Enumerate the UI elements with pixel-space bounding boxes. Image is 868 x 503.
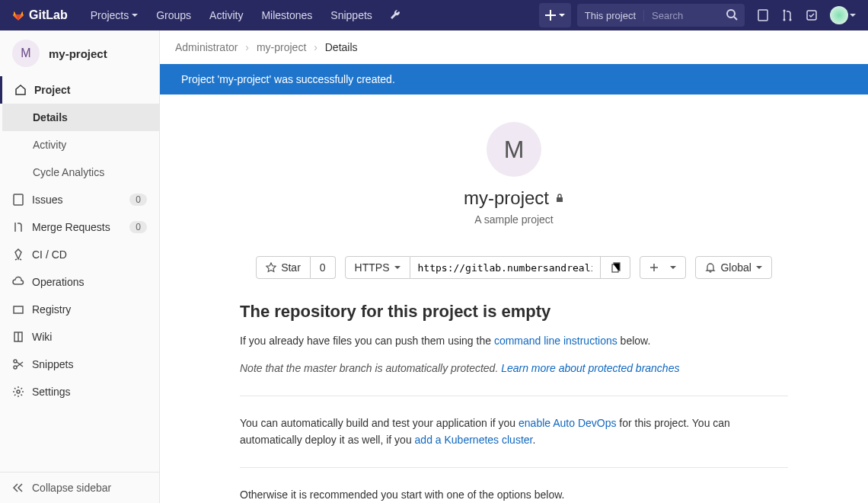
svg-point-2 xyxy=(783,10,786,12)
sidebar-item-issues[interactable]: Issues0 xyxy=(0,186,159,213)
svg-point-10 xyxy=(17,390,20,393)
svg-point-9 xyxy=(14,366,17,369)
svg-rect-1 xyxy=(758,10,767,21)
plus-icon xyxy=(545,10,556,21)
issues-icon xyxy=(12,194,24,206)
mr-count-badge: 0 xyxy=(129,221,147,233)
search-button[interactable] xyxy=(720,3,745,27)
chevron-down-icon xyxy=(756,264,762,271)
project-description: A sample project xyxy=(175,213,853,226)
cli-instructions-link[interactable]: command line instructions xyxy=(494,335,617,347)
sidebar-item-operations[interactable]: Operations xyxy=(0,268,159,296)
issues-count-badge: 0 xyxy=(129,194,147,206)
copy-icon xyxy=(610,262,621,273)
sidebar-item-project[interactable]: Project xyxy=(0,76,159,104)
project-actions: Star 0 HTTPS Global xyxy=(160,256,868,279)
bell-icon xyxy=(705,262,716,273)
nav-activity[interactable]: Activity xyxy=(202,3,251,27)
gitlab-icon xyxy=(12,9,24,21)
sidebar-item-details[interactable]: Details xyxy=(2,104,159,131)
star-button[interactable]: Star xyxy=(256,256,311,279)
collapse-icon xyxy=(12,482,24,494)
sidebar-item-snippets[interactable]: Snippets xyxy=(0,351,159,378)
notification-dropdown[interactable]: Global xyxy=(695,256,771,279)
add-dropdown-button[interactable] xyxy=(640,256,687,279)
home-icon xyxy=(14,84,27,96)
breadcrumb-admin[interactable]: Administrator xyxy=(175,41,238,53)
gear-icon xyxy=(12,386,24,398)
chevron-down-icon xyxy=(132,12,138,18)
breadcrumb: Administrator › my-project › Details xyxy=(160,30,868,64)
sidebar: M my-project Project Details Activity Cy… xyxy=(0,30,160,503)
sidebar-item-wiki[interactable]: Wiki xyxy=(0,323,159,351)
mr-shortcut-icon[interactable] xyxy=(775,3,799,27)
autodevops-text: You can automatically build and test you… xyxy=(240,415,788,449)
collapse-sidebar[interactable]: Collapse sidebar xyxy=(0,472,159,503)
svg-rect-7 xyxy=(14,306,23,313)
copy-url-button[interactable] xyxy=(601,256,630,279)
sidebar-item-cycle[interactable]: Cycle Analytics xyxy=(2,159,159,186)
search-icon xyxy=(726,9,739,21)
sidebar-item-registry[interactable]: Registry xyxy=(0,296,159,323)
breadcrumb-current: Details xyxy=(325,41,358,53)
logo[interactable]: GitLab xyxy=(12,8,68,22)
protected-branches-link[interactable]: Learn more about protected branches xyxy=(501,362,679,374)
project-large-avatar: M xyxy=(487,122,541,177)
project-title: my-project xyxy=(175,187,853,209)
nav-groups[interactable]: Groups xyxy=(148,3,199,27)
nav-milestones[interactable]: Milestones xyxy=(254,3,320,27)
chevron-down-icon xyxy=(559,12,565,18)
admin-wrench-icon[interactable] xyxy=(383,3,407,27)
merge-icon xyxy=(12,221,24,233)
project-hero: M my-project A sample project xyxy=(160,95,868,241)
svg-point-8 xyxy=(14,360,17,363)
svg-rect-11 xyxy=(557,197,563,202)
new-dropdown-button[interactable] xyxy=(539,3,571,27)
sidebar-item-settings[interactable]: Settings xyxy=(0,378,159,405)
avatar xyxy=(830,6,848,24)
search-input[interactable] xyxy=(644,10,720,21)
chevron-down-icon xyxy=(850,12,856,18)
user-menu[interactable] xyxy=(824,3,856,27)
nav-projects[interactable]: Projects xyxy=(83,3,145,27)
star-count[interactable]: 0 xyxy=(311,256,336,279)
scissors-icon xyxy=(12,358,24,370)
registry-icon xyxy=(12,303,24,316)
svg-rect-6 xyxy=(14,194,23,205)
search-scope[interactable]: This project xyxy=(577,10,644,21)
svg-point-4 xyxy=(790,19,792,21)
sidebar-project-header[interactable]: M my-project xyxy=(0,30,159,76)
todos-icon[interactable] xyxy=(799,3,824,27)
flash-message: Project 'my-project' was successfully cr… xyxy=(160,64,868,95)
add-kubernetes-link[interactable]: add a Kubernetes cluster xyxy=(415,434,533,446)
clone-url-input[interactable] xyxy=(410,256,601,279)
divider xyxy=(240,467,788,468)
rocket-icon xyxy=(12,248,24,261)
content-body: The repository for this project is empty… xyxy=(225,302,803,503)
lock-icon xyxy=(555,194,564,203)
nav-snippets[interactable]: Snippets xyxy=(323,3,379,27)
navbar: GitLab Projects Groups Activity Mileston… xyxy=(0,0,868,30)
sidebar-item-cicd[interactable]: CI / CD xyxy=(0,241,159,268)
push-instructions-text: If you already have files you can push t… xyxy=(240,332,788,349)
main-content: Administrator › my-project › Details Pro… xyxy=(160,30,868,503)
svg-point-0 xyxy=(727,10,735,18)
enable-autodevops-link[interactable]: enable Auto DevOps xyxy=(519,417,616,429)
project-avatar: M xyxy=(12,40,40,67)
issues-shortcut-icon[interactable] xyxy=(751,3,775,27)
chevron-down-icon xyxy=(394,264,400,271)
chevron-down-icon xyxy=(670,264,676,271)
divider xyxy=(240,396,788,396)
brand-name: GitLab xyxy=(29,8,68,22)
plus-icon xyxy=(649,263,659,272)
search-bar: This project xyxy=(577,4,745,27)
book-icon xyxy=(12,331,24,343)
main-nav: Projects Groups Activity Milestones Snip… xyxy=(83,3,407,27)
sidebar-item-activity[interactable]: Activity xyxy=(2,131,159,159)
breadcrumb-project[interactable]: my-project xyxy=(257,41,306,53)
sidebar-item-merge-requests[interactable]: Merge Requests0 xyxy=(0,213,159,241)
options-intro-text: Otherwise it is recommended you start wi… xyxy=(240,486,788,503)
cloud-icon xyxy=(12,276,24,288)
clone-protocol-dropdown[interactable]: HTTPS xyxy=(345,256,410,279)
protected-branch-note: Note that the master branch is automatic… xyxy=(240,360,788,376)
